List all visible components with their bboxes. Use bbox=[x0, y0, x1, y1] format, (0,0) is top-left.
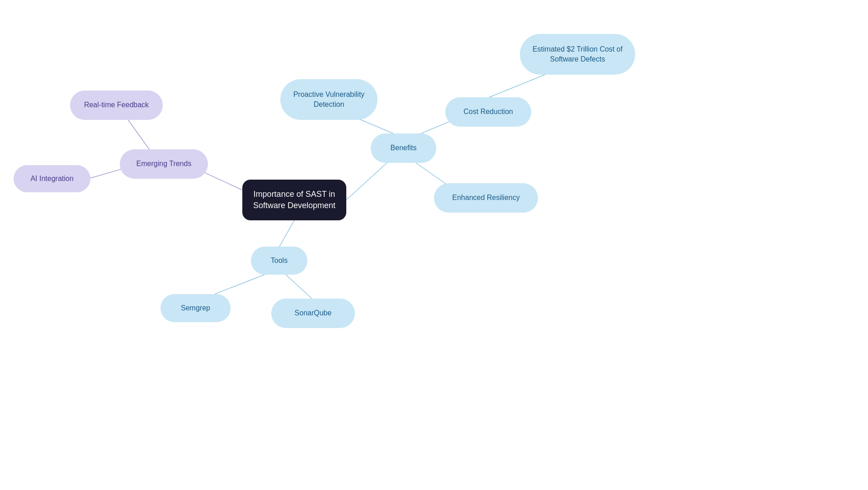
emerging-trends-label: Emerging Trends bbox=[127, 153, 201, 174]
center-node: Importance of SAST in Software Developme… bbox=[242, 180, 346, 220]
svg-line-6 bbox=[127, 118, 149, 149]
enhanced-resiliency-label: Enhanced Resiliency bbox=[443, 187, 528, 208]
sonarqube-label: SonarQube bbox=[286, 303, 341, 323]
estimated-node: Estimated $2 Trillion Cost of Software D… bbox=[520, 34, 635, 75]
svg-line-8 bbox=[279, 220, 294, 247]
emerging-trends-node: Emerging Trends bbox=[120, 149, 208, 179]
tools-node: Tools bbox=[251, 247, 307, 275]
center-label: Importance of SAST in Software Developme… bbox=[242, 183, 346, 217]
semgrep-label: Semgrep bbox=[172, 298, 219, 319]
realtime-feedback-node: Real-time Feedback bbox=[70, 90, 163, 120]
ai-integration-label: AI Integration bbox=[21, 168, 82, 189]
semgrep-node: Semgrep bbox=[160, 294, 231, 322]
svg-line-10 bbox=[285, 274, 312, 299]
proactive-node: Proactive Vulnerability Detection bbox=[280, 79, 377, 120]
svg-line-9 bbox=[215, 274, 267, 294]
proactive-label: Proactive Vulnerability Detection bbox=[280, 84, 377, 115]
realtime-feedback-label: Real-time Feedback bbox=[75, 95, 158, 115]
cost-reduction-label: Cost Reduction bbox=[454, 101, 522, 122]
benefits-label: Benefits bbox=[382, 138, 426, 158]
cost-reduction-node: Cost Reduction bbox=[445, 97, 531, 127]
enhanced-resiliency-node: Enhanced Resiliency bbox=[434, 183, 538, 213]
tools-label: Tools bbox=[262, 250, 297, 271]
sonarqube-node: SonarQube bbox=[271, 299, 355, 328]
estimated-label: Estimated $2 Trillion Cost of Software D… bbox=[520, 39, 635, 70]
benefits-node: Benefits bbox=[371, 133, 436, 163]
ai-integration-node: AI Integration bbox=[14, 165, 90, 192]
